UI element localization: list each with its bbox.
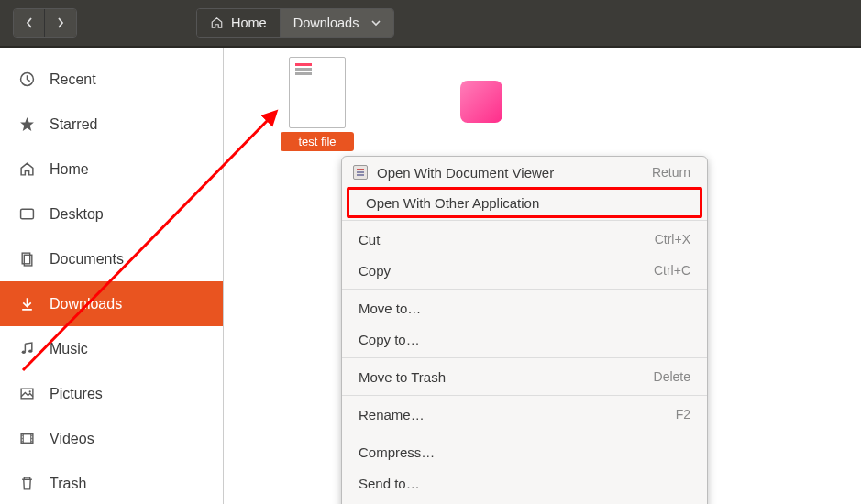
context-menu: Open With Document ViewerReturnOpen With… (341, 156, 708, 504)
clock-icon (18, 71, 35, 88)
svg-rect-6 (21, 389, 33, 399)
sidebar-item-desktop[interactable]: Desktop (0, 192, 223, 236)
sidebar-item-home[interactable]: Home (0, 147, 223, 192)
home-icon (18, 161, 35, 178)
menu-item-move-to[interactable]: Move to… (342, 292, 707, 323)
menu-item-compress[interactable]: Compress… (342, 436, 707, 467)
sidebar-item-downloads[interactable]: Downloads (0, 281, 223, 326)
breadcrumb-downloads[interactable]: Downloads (281, 9, 394, 37)
menu-item-move-to-trash[interactable]: Move to TrashDelete (342, 361, 707, 392)
svg-point-14 (31, 441, 32, 442)
star-icon (18, 116, 35, 133)
menu-separator (342, 357, 707, 358)
back-button[interactable] (14, 9, 45, 37)
menu-item-label: Cut (359, 232, 646, 247)
sidebar-item-videos[interactable]: Videos (0, 416, 223, 461)
pictures-icon (18, 386, 35, 402)
menu-item-accel: F2 (676, 407, 690, 422)
sidebar-item-label: Recent (50, 71, 96, 88)
menu-item-copy-to[interactable]: Copy to… (342, 323, 707, 355)
menu-item-rename[interactable]: Rename…F2 (342, 399, 707, 430)
breadcrumb-label: Downloads (293, 16, 359, 30)
sidebar-item-label: Starred (50, 116, 97, 133)
breadcrumb-label: Home (231, 16, 267, 30)
breadcrumb-home[interactable]: Home (197, 9, 281, 37)
svg-point-5 (28, 349, 32, 352)
sidebar-item-label: Documents (50, 251, 124, 268)
svg-rect-1 (20, 209, 33, 219)
sidebar-item-label: Pictures (50, 386, 103, 402)
forward-button[interactable] (45, 9, 76, 37)
downloads-icon (18, 296, 35, 312)
breadcrumb: Home Downloads (196, 8, 394, 38)
menu-item-accel: Delete (654, 369, 690, 384)
sidebar-item-label: Home (50, 161, 89, 178)
menu-item-send-to[interactable]: Send to… (342, 467, 707, 499)
videos-icon (18, 431, 35, 447)
sidebar-item-documents[interactable]: Documents (0, 236, 223, 281)
svg-point-11 (21, 441, 22, 442)
svg-point-7 (28, 390, 30, 392)
menu-item-label: Move to… (359, 301, 690, 316)
menu-item-label: Copy to… (359, 332, 690, 347)
chevron-down-icon (371, 19, 381, 27)
menu-item-accel: Ctrl+X (655, 232, 690, 247)
sidebar-item-starred[interactable]: Starred (0, 102, 223, 147)
svg-point-13 (31, 438, 32, 439)
file-thumbnail (289, 57, 346, 128)
menu-item-accel: Return (652, 165, 690, 180)
nav-buttons (13, 8, 77, 38)
sidebar-item-label: Desktop (50, 206, 104, 223)
sidebar-item-label: Videos (50, 431, 94, 447)
svg-point-12 (31, 435, 32, 436)
file-item[interactable] (460, 81, 502, 123)
sidebar-item-label: Downloads (50, 296, 122, 312)
menu-item-open-with-document-viewer[interactable]: Open With Document ViewerReturn (342, 157, 707, 188)
menu-item-star[interactable]: Star (342, 499, 707, 504)
desktop-icon (18, 206, 35, 223)
menu-item-copy[interactable]: CopyCtrl+C (342, 255, 707, 286)
svg-point-10 (21, 438, 22, 439)
menu-item-cut[interactable]: CutCtrl+X (342, 224, 707, 255)
menu-separator (342, 433, 707, 433)
sidebar-item-label: Trash (50, 476, 86, 492)
sidebar-item-trash[interactable]: Trash (0, 461, 223, 504)
sidebar: RecentStarredHomeDesktopDocumentsDownloa… (0, 48, 224, 504)
menu-item-label: Compress… (359, 444, 690, 460)
document-icon (353, 165, 368, 180)
file-item-selected[interactable]: test file (281, 57, 354, 151)
sidebar-item-label: Music (50, 341, 88, 357)
music-icon (18, 341, 35, 357)
menu-item-open-with-other-application[interactable]: Open With Other Application (347, 187, 702, 218)
trash-icon (18, 476, 35, 492)
menu-item-label: Copy (359, 263, 645, 279)
menu-separator (342, 220, 707, 221)
menu-item-label: Open With Document Viewer (377, 165, 643, 181)
sidebar-item-recent[interactable]: Recent (0, 57, 223, 102)
toolbar: Home Downloads (0, 0, 861, 48)
home-icon (210, 16, 224, 29)
menu-item-label: Move to Trash (359, 369, 645, 385)
menu-separator (342, 289, 707, 290)
menu-item-label: Rename… (359, 407, 667, 422)
menu-item-label: Send to… (359, 476, 690, 491)
documents-icon (18, 251, 35, 268)
svg-point-9 (21, 435, 22, 436)
menu-item-label: Open With Other Application (366, 195, 683, 211)
menu-separator (342, 395, 707, 396)
sidebar-item-pictures[interactable]: Pictures (0, 371, 223, 416)
svg-point-4 (21, 351, 25, 354)
sidebar-item-music[interactable]: Music (0, 326, 223, 371)
menu-item-accel: Ctrl+C (654, 263, 690, 278)
file-label: test file (281, 132, 354, 151)
